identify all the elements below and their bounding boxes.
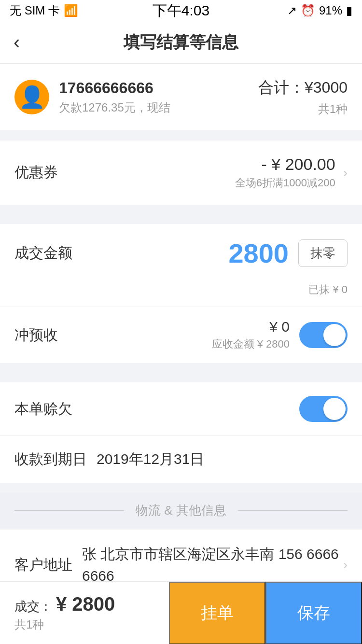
coupon-label: 优惠券 [14,163,58,182]
status-bar: 无 SIM 卡 📶 下午4:03 ↗ ⏰ 91% ▮ [0,0,362,21]
total-amount: 合计：¥3000 [258,77,348,98]
save-button[interactable]: 保存 [265,582,362,644]
alarm-icon: ⏰ [301,4,315,17]
sim-status: 无 SIM 卡 [10,3,60,18]
prepay-label: 冲预收 [14,325,58,345]
prepay-row: 冲预收 ¥ 0 应收金额 ¥ 2800 [0,307,362,363]
bottom-summary: 成交： ¥ 2800 共1种 [0,593,169,632]
prepay-right: ¥ 0 应收金额 ¥ 2800 [212,319,348,351]
status-bar-time: 下午4:03 [153,1,209,21]
prepay-toggle[interactable] [299,322,348,348]
address-chevron-icon: › [343,557,348,573]
prepay-sub: 应收金额 ¥ 2800 [212,337,290,351]
total-count: 共1种 [258,101,348,117]
location-icon: ↗ [287,4,297,17]
chevron-right-icon: › [343,165,348,181]
pending-button[interactable]: 挂单 [169,582,265,644]
address-label: 客户地址 [14,555,72,575]
bottom-deal-amount: ¥ 2800 [56,593,115,615]
prepay-amount: ¥ 0 [212,319,290,335]
coupon-value: - ¥ 200.00 全场6折满1000减200 [235,155,335,190]
wifi-icon: 📶 [64,4,78,17]
coupon-amount: - ¥ 200.00 [235,155,335,174]
coupon-row[interactable]: 优惠券 - ¥ 200.00 全场6折满1000减200 › [0,140,362,205]
status-bar-right: ↗ ⏰ 91% ▮ [287,4,352,17]
bottom-bar: 成交： ¥ 2800 共1种 挂单 保存 [0,581,362,644]
battery-icon: ▮ [346,4,352,17]
battery-level: 91% [319,4,342,17]
debt-row: 本单赊欠 [0,382,362,435]
customer-debt: 欠款1276.35元，现结 [59,100,170,115]
customer-details: 17666666666 欠款1276.35元，现结 [59,79,170,115]
deal-value-wrap: 2800 抹零 [228,238,348,269]
section-divider: 物流 & 其他信息 [0,492,362,529]
debt-label: 本单赊欠 [14,399,72,419]
deal-row: 成交金额 2800 抹零 [0,224,362,282]
coupon-desc: 全场6折满1000减200 [235,176,335,190]
section-separator [0,214,362,224]
address-value: 张 北京市市辖区海淀区永丰南 156 6666 6666 [82,543,343,587]
divider-line-right [238,510,348,511]
content: 👤 17666666666 欠款1276.35元，现结 合计：¥3000 共1种… [0,64,362,644]
divider-line-left [14,510,124,511]
page-title: 填写结算等信息 [124,31,238,54]
bottom-deal-text: 成交： [14,598,52,615]
nav-bar: ‹ 填写结算等信息 [0,21,362,64]
bottom-deal-label: 成交： ¥ 2800 [14,593,154,615]
deal-amount: 2800 [228,238,289,269]
deal-section: 成交金额 2800 抹零 已抹 ¥ 0 冲预收 ¥ 0 应收金额 ¥ 2800 [0,224,362,363]
coupon-right: - ¥ 200.00 全场6折满1000减200 › [235,155,348,190]
total-label: 合计： [258,79,305,96]
bottom-count: 共1种 [14,617,154,632]
customer-info-card: 👤 17666666666 欠款1276.35元，现结 合计：¥3000 共1种 [0,64,362,130]
debt-toggle[interactable] [299,396,348,422]
customer-left: 👤 17666666666 欠款1276.35元，现结 [14,79,170,115]
status-bar-left: 无 SIM 卡 📶 [10,3,78,18]
section-separator-2 [0,363,362,373]
total-value: ¥3000 [305,79,348,96]
due-date-row: 收款到期日 2019年12月31日 [0,435,362,483]
prepay-value-wrap: ¥ 0 应收金额 ¥ 2800 [212,319,290,351]
round-button[interactable]: 抹零 [298,239,348,267]
due-date-value: 2019年12月31日 [97,449,204,469]
due-date-label: 收款到期日 [14,449,87,469]
customer-phone: 17666666666 [59,79,170,97]
customer-right: 合计：¥3000 共1种 [258,77,348,117]
avatar-icon: 👤 [19,84,45,110]
divider-text: 物流 & 其他信息 [124,502,238,519]
back-button[interactable]: ‹ [14,31,20,53]
deal-sub: 已抹 ¥ 0 [0,282,362,307]
avatar: 👤 [14,80,49,114]
deal-label: 成交金额 [14,243,72,263]
